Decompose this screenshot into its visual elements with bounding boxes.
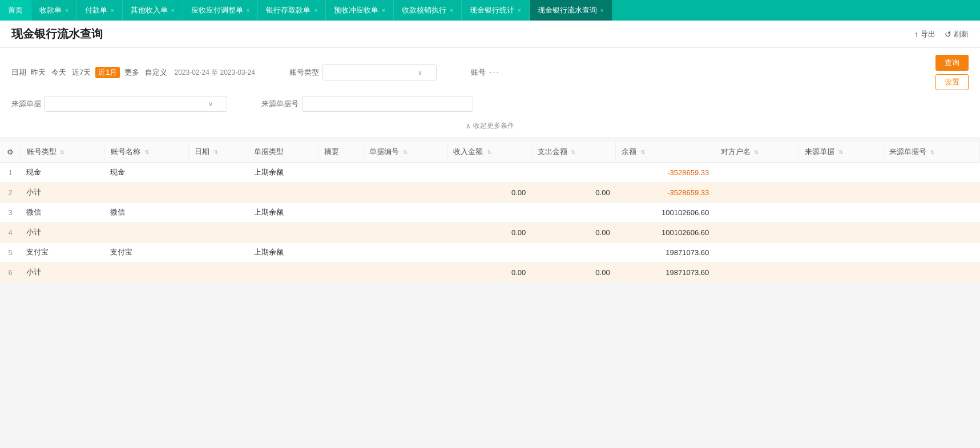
col-label-expense: 支出金额	[538, 147, 567, 156]
nav-tab-other-income[interactable]: 其他收入单 ×	[123, 0, 183, 21]
col-label-doc-no: 单据编号	[369, 147, 399, 156]
cash-stats-tab-close[interactable]: ×	[518, 7, 521, 14]
page-header: 现金银行流水查询 ↑ 导出 ↺ 刷新	[0, 21, 980, 48]
cell-balance: 100102606.60	[616, 203, 715, 223]
sort-icon-expense: ⇅	[571, 149, 575, 155]
row-num: 3	[0, 203, 21, 223]
bank-deposit-tab-close[interactable]: ×	[314, 7, 317, 14]
cell-expense	[531, 203, 615, 223]
account-filter: 账号 ···	[471, 67, 500, 78]
cell-source-doc	[799, 263, 883, 282]
nav-tab-home[interactable]: 首页	[0, 0, 31, 21]
source-doc-label: 来源单据	[11, 99, 41, 109]
account-label: 账号	[471, 67, 486, 78]
export-button[interactable]: ↑ 导出	[914, 29, 935, 39]
setting-button[interactable]: 设置	[935, 74, 969, 90]
cell-doc-no	[363, 183, 447, 203]
cell-summary	[318, 223, 363, 243]
cell-expense	[531, 163, 615, 183]
sort-icon-counterparty: ⇅	[754, 149, 759, 155]
collapse-text: 收起更多条件	[473, 121, 514, 131]
date-opt-7days[interactable]: 近7天	[71, 67, 92, 78]
col-header-source-doc[interactable]: 来源单据 ⇅	[799, 142, 883, 163]
col-header-expense[interactable]: 支出金额 ⇅	[531, 142, 615, 163]
col-header-date[interactable]: 日期 ⇅	[189, 142, 248, 163]
query-button[interactable]: 查询	[935, 55, 969, 71]
sort-icon-source-doc: ⇅	[838, 149, 843, 155]
ar-ap-adjust-tab-close[interactable]: ×	[247, 7, 250, 14]
table-row[interactable]: 6 小计 0.00 0.00 19871073.60	[0, 263, 980, 282]
col-header-balance[interactable]: 余额 ⇅	[616, 142, 715, 163]
account-ellipsis[interactable]: ···	[489, 67, 500, 78]
cell-summary	[318, 163, 363, 183]
date-opt-custom[interactable]: 自定义	[144, 67, 168, 78]
table-row[interactable]: 3 微信 微信 上期余额 100102606.60	[0, 203, 980, 223]
nav-tab-ar-ap-adjust[interactable]: 应收应付调整单 ×	[183, 0, 259, 21]
cell-balance: 100102606.60	[616, 223, 715, 243]
nav-tab-prepay[interactable]: 预收冲应收单 ×	[326, 0, 394, 21]
col-header-summary[interactable]: 摘要	[318, 142, 363, 163]
home-tab-label: 首页	[8, 5, 23, 15]
sort-icon-doc-no: ⇅	[403, 149, 408, 155]
payment-tab-close[interactable]: ×	[111, 7, 114, 14]
col-header-doc-no[interactable]: 单据编号 ⇅	[363, 142, 447, 163]
source-doc-filter: 来源单据 ∨	[11, 96, 227, 112]
receipt-verify-tab-close[interactable]: ×	[450, 7, 453, 14]
cell-date	[189, 203, 248, 223]
row-num: 5	[0, 243, 21, 263]
table-body: 1 现金 现金 上期余额 -3528659.33 2 小计 0.00 0.00 …	[0, 163, 980, 282]
cell-income: 0.00	[447, 263, 531, 282]
bank-deposit-tab-label: 银行存取款单	[266, 5, 310, 15]
cell-expense: 0.00	[531, 223, 615, 243]
cell-expense: 0.00	[531, 263, 615, 282]
table-row[interactable]: 5 支付宝 支付宝 上期余额 19871073.60	[0, 243, 980, 263]
table-row[interactable]: 1 现金 现金 上期余额 -3528659.33	[0, 163, 980, 183]
row-num: 1	[0, 163, 21, 183]
col-header-account-name[interactable]: 账号名称 ⇅	[104, 142, 188, 163]
cell-doc-type	[248, 263, 318, 282]
table-row[interactable]: 2 小计 0.00 0.00 -3528659.33	[0, 183, 980, 203]
cell-source-doc-no	[883, 183, 979, 203]
cash-flow-query-tab-close[interactable]: ×	[600, 7, 604, 14]
prepay-tab-close[interactable]: ×	[382, 7, 385, 14]
cell-account-type: 小计	[21, 263, 104, 282]
source-doc-no-label: 来源单据号	[261, 99, 299, 109]
refresh-button[interactable]: ↺ 刷新	[945, 29, 969, 39]
ar-ap-adjust-tab-label: 应收应付调整单	[191, 5, 243, 15]
sort-icon-source-doc-no: ⇅	[930, 149, 934, 155]
filter-row-1: 日期 昨天 今天 近7天 近1月 更多 自定义 2023-02-24 至 202…	[11, 55, 969, 90]
cell-date	[189, 183, 248, 203]
other-income-tab-close[interactable]: ×	[171, 7, 175, 14]
source-doc-select[interactable]: ∨	[45, 96, 227, 112]
cell-account-type: 小计	[21, 183, 104, 203]
date-opt-more[interactable]: 更多	[123, 67, 140, 78]
nav-tab-bank-deposit[interactable]: 银行存取款单 ×	[258, 0, 326, 21]
cell-source-doc-no	[883, 243, 979, 263]
gear-col-header[interactable]: ⚙	[0, 142, 21, 163]
sort-icon-balance: ⇅	[640, 149, 645, 155]
date-opt-1month[interactable]: 近1月	[95, 67, 120, 78]
date-opt-today[interactable]: 今天	[50, 67, 67, 78]
nav-tab-payment[interactable]: 付款单 ×	[77, 0, 123, 21]
cell-source-doc	[799, 163, 883, 183]
cell-account-type: 现金	[21, 163, 104, 183]
col-header-source-doc-no[interactable]: 来源单据号 ⇅	[883, 142, 979, 163]
nav-tab-receipt[interactable]: 收款单 ×	[31, 0, 77, 21]
cell-account-name	[104, 223, 188, 243]
col-header-doc-type[interactable]: 单据类型	[248, 142, 318, 163]
date-opt-yesterday[interactable]: 昨天	[30, 67, 47, 78]
col-header-counterparty[interactable]: 对方户名 ⇅	[715, 142, 798, 163]
cell-source-doc-no	[883, 203, 979, 223]
nav-tab-cash-stats[interactable]: 现金银行统计 ×	[462, 0, 530, 21]
receipt-tab-close[interactable]: ×	[65, 7, 68, 14]
table-row[interactable]: 4 小计 0.00 0.00 100102606.60	[0, 223, 980, 243]
collapse-bar[interactable]: ∧ 收起更多条件	[11, 118, 969, 133]
source-doc-no-input[interactable]	[302, 96, 473, 112]
nav-tab-cash-flow-query[interactable]: 现金银行流水查询 ×	[530, 0, 612, 21]
nav-tab-receipt-verify[interactable]: 收款核销执行 ×	[394, 0, 462, 21]
cell-account-name	[104, 263, 188, 282]
account-type-select[interactable]: ∨	[322, 64, 437, 80]
col-header-income[interactable]: 收入金额 ⇅	[447, 142, 531, 163]
cell-doc-no	[363, 203, 447, 223]
col-header-account-type[interactable]: 账号类型 ⇅	[21, 142, 104, 163]
